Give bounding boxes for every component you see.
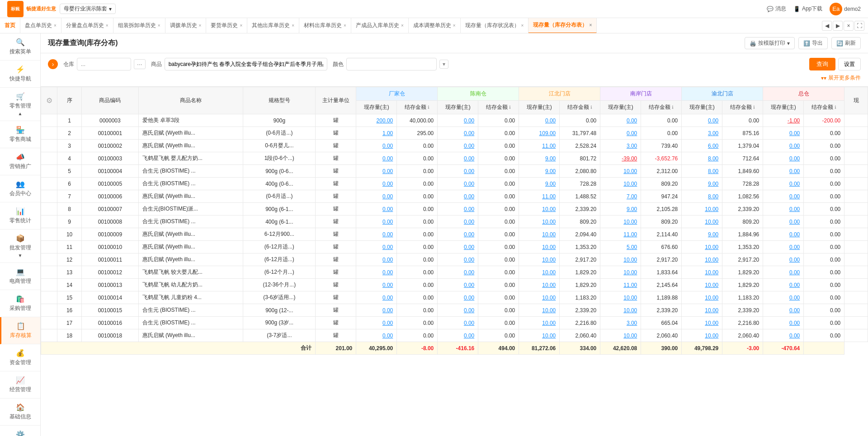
close-icon[interactable]: × — [240, 23, 242, 28]
table-row: 10000003爱他美 卓萃3段900g罐200.0040,000.000.00… — [41, 114, 868, 127]
table-row: 600100005合生元 (BIOSTIME) ...400g (0-6...罐… — [41, 178, 868, 190]
close-icon[interactable]: × — [401, 23, 404, 28]
summary-yb-amt: 49,798.29 — [682, 342, 722, 355]
tab-prev-btn[interactable]: ◀ — [822, 21, 832, 31]
table-row: 500100004合生元 (BIOSTIME) ...900g (0-6...罐… — [41, 165, 868, 178]
product-label: 商品 — [151, 61, 162, 68]
app-icon: 📱 — [793, 6, 800, 12]
table-row: 1200100011惠氏启赋 (Wyeth illu...(6-12月适...)… — [41, 253, 868, 266]
sidebar-item-marketing[interactable]: 📣 营销推广 — [0, 148, 40, 175]
summary-f-amt: 40,295.00 — [356, 342, 397, 355]
sidebar-item-retail-mgmt[interactable]: 🛒 零售管理 ▲ — [0, 88, 40, 121]
sidebar-item-ecommerce[interactable]: 💻 电商管理 — [0, 263, 40, 290]
sidebar-item-basic[interactable]: 🏠 基础信息 — [0, 398, 40, 426]
expand-more-btn[interactable]: ▾▾ 展开更多条件 — [821, 74, 861, 82]
close-icon[interactable]: × — [199, 23, 202, 28]
color-dropdown-btn[interactable]: ▾ — [439, 60, 448, 69]
close-icon[interactable]: × — [292, 23, 294, 28]
warehouse-ellipsis-btn[interactable]: ··· — [134, 59, 146, 69]
product-input[interactable] — [165, 58, 327, 70]
trend-icon: 📈 — [16, 376, 25, 384]
table-row: 1500100014飞鹤星飞帆 儿童奶粉 4...(3-6岁适用...)罐0.0… — [41, 291, 868, 304]
search-btn[interactable]: 查询 — [809, 58, 835, 70]
th-spec: 规格型号 — [243, 87, 316, 114]
summary-yb-qty: 390.00 — [641, 342, 682, 355]
sidebar-item-wholesale[interactable]: 📦 批发管理 ▼ — [0, 230, 40, 263]
logo-text: 标账 — [11, 6, 20, 12]
expand-search-btn[interactable]: › — [48, 59, 58, 69]
expand-more-row: ▾▾ 展开更多条件 — [48, 74, 861, 82]
table-row: 400100003飞鹤星飞帆 婴儿配方奶...1段(0-6个...)罐0.000… — [41, 152, 868, 165]
color-input[interactable] — [346, 58, 437, 70]
summary-label: 合计 — [41, 342, 316, 355]
app-download-btn[interactable]: 📱 App下载 — [793, 5, 822, 13]
tab-2[interactable]: 分量盘点单历史 × — [61, 18, 113, 33]
tab-scroll-area: 首页 盘点单历史 × 分量盘点单历史 × 组装拆卸单历史 × 调拨单历史 × 要… — [0, 18, 822, 33]
tab-close-btn[interactable]: × — [844, 21, 854, 31]
export-btn[interactable]: ⬆️ 导出 — [798, 37, 828, 49]
sidebar-item-system[interactable]: ⚙️ 系统管理 — [0, 426, 40, 436]
table-row: 900100008合生元 (BIOSTIME) ...400g (6-1...罐… — [41, 216, 868, 228]
message-icon: 💬 — [767, 6, 774, 12]
lightning-icon: ⚡ — [16, 65, 25, 74]
th-jb-amt: 结存金额 ℹ — [560, 101, 600, 114]
column-settings-btn[interactable]: ⚙ — [46, 96, 52, 105]
close-icon[interactable]: × — [453, 23, 456, 28]
tab-11[interactable]: 现存量（库存分布表） × — [528, 18, 597, 33]
avatar: Ea — [830, 3, 842, 15]
chevron-down-icon: ▼ — [18, 253, 23, 258]
table-row: 1000100009惠氏启赋 (Wyeth illu...6-12月900...… — [41, 228, 868, 241]
th-tot-qty: 现存量(主) — [763, 101, 804, 114]
th-settings: ⚙ — [41, 87, 57, 114]
tab-9[interactable]: 成本调整单历史 × — [409, 18, 461, 33]
close-icon[interactable]: × — [521, 23, 524, 28]
tab-1[interactable]: 盘点单历史 × — [20, 18, 61, 33]
sidebar-item-members[interactable]: 👥 会员中心 — [0, 175, 40, 202]
sidebar-item-search[interactable]: 🔍 搜索英单 — [0, 33, 40, 61]
sidebar-item-finance[interactable]: 💰 资金管理 — [0, 344, 40, 371]
close-icon[interactable]: × — [589, 23, 592, 28]
sidebar-item-retail-mall[interactable]: 🏪 零售商城 — [0, 121, 40, 148]
sidebar-item-retail-stats[interactable]: 📊 零售统计 — [0, 202, 40, 230]
user-menu[interactable]: Ea demo2 — [830, 3, 861, 15]
close-icon[interactable]: × — [106, 23, 108, 28]
table-area[interactable]: ⚙ 序 商品编码 商品名称 规格型号 主计量单位 厂家仓 陈南仓 江北门店 南岸… — [41, 87, 868, 436]
tab-10[interactable]: 现存量（库存状况表） × — [461, 18, 529, 33]
tab-3[interactable]: 组装拆卸单历史 × — [113, 18, 165, 33]
laptop-icon: 💻 — [16, 267, 25, 276]
tab-8[interactable]: 产成品入库单历史 × — [351, 18, 409, 33]
settings-btn[interactable]: 设置 — [838, 58, 861, 70]
nav-selector[interactable]: 母婴行业演示陈套 ▾ — [60, 4, 116, 14]
tab-6[interactable]: 其他出库单历史 × — [247, 18, 299, 33]
print-btn[interactable]: 🖨️ 按模版打印 ▾ — [745, 37, 795, 49]
tab-7[interactable]: 材料出库单历史 × — [299, 18, 351, 33]
sidebar-item-inventory[interactable]: 📋 库存核算 — [0, 317, 40, 344]
tab-next-btn[interactable]: ▶ — [833, 21, 843, 31]
close-icon[interactable]: × — [158, 23, 160, 28]
cart-icon: 🛒 — [16, 92, 25, 101]
th-yubei: 渝北门店 — [682, 87, 763, 101]
chevron-up-icon: ▲ — [18, 111, 23, 116]
summary-na-qty: 334.00 — [560, 342, 600, 355]
close-icon[interactable]: × — [54, 23, 57, 28]
tab-4[interactable]: 调拨单历史 × — [165, 18, 207, 33]
msg-btn[interactable]: 💬 消息 — [767, 5, 786, 13]
summary-row: 合计 201.00 40,295.00 -8.00 -416.16 494.00… — [41, 342, 868, 355]
logo-box: 标账 — [7, 1, 24, 17]
chevron-down-icon: ▾ — [109, 6, 112, 12]
sidebar-item-ops[interactable]: 📈 经营管理 — [0, 371, 40, 398]
export-icon: ⬆️ — [803, 40, 810, 47]
page-header-actions: 🖨️ 按模版打印 ▾ ⬆️ 导出 🔄 刷新 — [745, 37, 861, 49]
close-icon[interactable]: × — [344, 23, 346, 28]
warehouse-input[interactable] — [77, 58, 131, 70]
th-jb-qty: 现存量(主) — [519, 101, 560, 114]
sidebar-item-purchase[interactable]: 🛍️ 采购管理 — [0, 290, 40, 317]
sidebar-item-nav[interactable]: ⚡ 快捷导航 — [0, 61, 40, 88]
th-product-code: 商品编码 — [82, 87, 138, 114]
refresh-btn[interactable]: 🔄 刷新 — [831, 37, 861, 49]
warehouse-field: 仓库 ··· — [63, 58, 146, 70]
tab-5[interactable]: 要货单历史 × — [206, 18, 247, 33]
tab-home[interactable]: 首页 — [0, 18, 20, 33]
th-tot-amt: 结存金额 ℹ — [804, 101, 844, 114]
tab-expand-btn[interactable]: ⛶ — [854, 21, 864, 31]
